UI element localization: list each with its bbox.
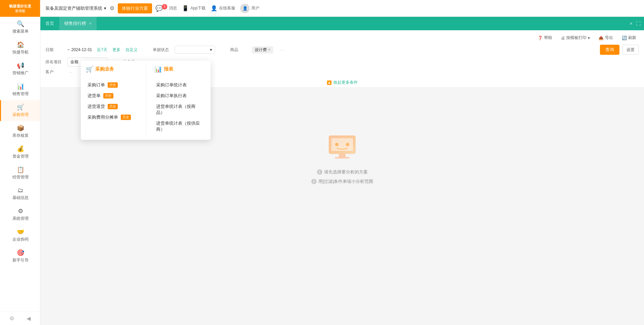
window-maximize-btn[interactable]: ⛶: [636, 21, 641, 26]
dropdown-item-inbound-stats-supplier-label: 进货单统计表（按供应商）: [156, 120, 204, 132]
help-btn[interactable]: ❓ 帮助: [535, 34, 555, 42]
report-column: 📊 报表 采购订单统计表 采购订单执行表 进货单统计表（按商品） 进货单统计表（…: [154, 66, 206, 135]
sidebar-item-operations[interactable]: 📋 经营管理: [0, 163, 40, 184]
dropdown-item-inbound-stats-goods[interactable]: 进货单统计表（按商品）: [154, 101, 206, 118]
date-range-dash: ~: [67, 47, 70, 52]
system-title-dropdown[interactable]: 装备及固定资产辅助管理系统 ▾: [45, 5, 106, 11]
sidebar-label-finance: 资金管理: [12, 154, 29, 159]
dropdown-item-inbound[interactable]: 进货单 历史: [86, 90, 137, 101]
industry-btn[interactable]: 体验行业方案: [118, 3, 152, 13]
sidebar-label-marketing: 营销推广: [12, 70, 29, 76]
refresh-btn[interactable]: 🔄 刷新: [619, 34, 639, 42]
dropdown-item-return[interactable]: 进货退货 历史: [86, 101, 137, 112]
basic-info-icon: 🗂: [17, 187, 24, 194]
purchase-dropdown-menu: 🛒 采购业务 采购订单 历史 进货单 历史 进货退货 历史: [81, 60, 211, 140]
purchase-business-column: 🛒 采购业务 采购订单 历史 进货单 历史 进货退货 历史: [86, 66, 137, 135]
status-filter-label: 单据状态: [153, 47, 170, 53]
dropdown-overlay: 🛒 采购业务 采购订单 历史 进货单 历史 进货退货 历史: [81, 60, 211, 140]
user-avatar: 👤: [240, 4, 250, 13]
collapse-up-icon: 🔼: [327, 80, 332, 85]
user-btn[interactable]: 👤 用户: [240, 4, 259, 13]
goods-tag: 设计费 ×: [252, 46, 273, 53]
search-icon: 🔍: [17, 20, 24, 28]
date-custom[interactable]: 自定义: [126, 47, 138, 53]
export-label: 导出: [605, 35, 613, 41]
dropdown-item-inbound-stats-goods-label: 进货单统计表（按商品）: [156, 104, 204, 116]
status-select[interactable]: ▾: [175, 46, 215, 54]
message-btn[interactable]: 💬 5 消息: [155, 5, 177, 12]
dropdown-item-expense[interactable]: 采购费用分摊单 历史: [86, 112, 137, 123]
sidebar-item-system[interactable]: ⚙ 系统管理: [0, 204, 40, 225]
sidebar-bottom: ⚙ ◀: [0, 312, 40, 325]
print-btn[interactable]: 🖨 按模板打印 ▾: [558, 34, 593, 42]
topbar-settings-icon[interactable]: ⚙: [110, 5, 114, 11]
dropdown-item-purchase-order-exec[interactable]: 采购订单执行表: [154, 90, 206, 101]
sidebar-item-sales[interactable]: 📊 销售管理: [0, 79, 40, 100]
main-content: 装备及固定资产辅助管理系统 ▾ ⚙ 体验行业方案 💬 5 消息 📱 App下载 …: [40, 0, 644, 325]
tab-sales-rank[interactable]: 销售排行榜 ×: [59, 17, 97, 30]
sidebar: 畅捷通好生意 标准版 🔍 搜索菜单 🏠 快捷导航 📢 营销推广 📊 销售管理 🛒…: [0, 0, 40, 325]
sidebar-item-marketing[interactable]: 📢 营销推广: [0, 58, 40, 79]
system-title: 装备及固定资产辅助管理系统: [45, 5, 102, 11]
purchase-col-icon: 🛒: [86, 66, 93, 73]
marketing-icon: 📢: [17, 62, 24, 69]
service-icon: 👤: [211, 5, 217, 11]
dropdown-item-purchase-order-stats[interactable]: 采购订单统计表: [154, 80, 206, 90]
sidebar-label-sales: 销售管理: [12, 91, 29, 97]
dropdown-item-purchase-order-stats-label: 采购订单统计表: [156, 82, 187, 88]
history-badge-inbound: 历史: [103, 93, 113, 98]
enterprise-icon: 🤝: [17, 228, 24, 236]
logo-sub: 标准版: [15, 9, 25, 13]
finance-icon: 💰: [17, 145, 24, 153]
purchase-icon: 🛒: [17, 104, 24, 111]
sidebar-label-operations: 经营管理: [12, 174, 29, 180]
empty-svg-icon: [322, 125, 362, 166]
sidebar-item-search[interactable]: 🔍 搜索菜单: [0, 17, 40, 38]
settings-small-btn[interactable]: 设置: [622, 45, 639, 55]
print-dropdown-icon: ▾: [588, 36, 590, 40]
date-more[interactable]: 更多: [112, 47, 120, 53]
sidebar-item-inventory[interactable]: 📦 库存核算: [0, 121, 40, 142]
history-badge-purchase-order: 历史: [108, 82, 118, 88]
app-download-btn[interactable]: 📱 App下载: [182, 5, 206, 11]
tab-home[interactable]: 首页: [40, 17, 59, 30]
dropdown-item-purchase-order[interactable]: 采购订单 历史: [86, 80, 137, 90]
svg-point-5: [346, 143, 349, 146]
dropdown-arrow-icon: ▾: [104, 6, 106, 11]
refresh-label: 刷新: [628, 35, 636, 41]
window-close-btn[interactable]: ×: [630, 21, 633, 26]
tab-sales-rank-close[interactable]: ×: [89, 21, 92, 26]
logo-title: 畅捷通好生意: [9, 4, 31, 9]
goods-tag-close[interactable]: ×: [268, 47, 271, 52]
sidebar-label-system: 系统管理: [12, 216, 29, 221]
sidebar-item-finance[interactable]: 💰 资金管理: [0, 142, 40, 163]
print-label: 按模板打印: [566, 35, 586, 41]
query-btn[interactable]: 查询: [600, 45, 619, 55]
empty-hint-1: 1 请先选择要分析的方案: [317, 169, 368, 175]
sales-icon: 📊: [17, 83, 24, 90]
goods-more-dots[interactable]: ···: [280, 47, 284, 52]
online-service-btn[interactable]: 👤 在线客服: [211, 5, 235, 11]
customer-dots[interactable]: ···: [69, 70, 73, 75]
export-btn[interactable]: 📤 导出: [596, 34, 616, 42]
dropdown-item-purchase-order-exec-label: 采购订单执行表: [156, 93, 187, 99]
goods-filter-label: 商品: [230, 47, 247, 53]
sidebar-item-quick-nav[interactable]: 🏠 快捷导航: [0, 38, 40, 58]
sidebar-item-guide[interactable]: 🎯 新手引导: [0, 246, 40, 267]
divider: [146, 66, 146, 135]
purchase-col-title: 🛒 采购业务: [86, 66, 137, 76]
sidebar-item-purchase[interactable]: 🛒 采购管理: [0, 100, 40, 121]
date-7days[interactable]: 近7天: [97, 47, 107, 53]
export-icon: 📤: [599, 36, 604, 40]
customer-filter-label: 客户: [45, 69, 62, 75]
sidebar-item-basic-info[interactable]: 🗂 基础信息: [0, 184, 40, 204]
sidebar-item-enterprise[interactable]: 🤝 企业协同: [0, 225, 40, 246]
rank-filter-label: 排名项目: [45, 59, 62, 65]
sidebar-collapse-btn[interactable]: ◀: [27, 315, 31, 322]
dropdown-item-inbound-stats-supplier[interactable]: 进货单统计表（按供应商）: [154, 118, 206, 135]
sidebar-label-guide: 新手引导: [12, 257, 29, 263]
collapse-label: 收起更多条件: [333, 80, 358, 85]
date-filter-label: 日期: [45, 47, 62, 53]
sidebar-settings-btn[interactable]: ⚙: [9, 315, 14, 322]
svg-rect-3: [335, 157, 350, 159]
